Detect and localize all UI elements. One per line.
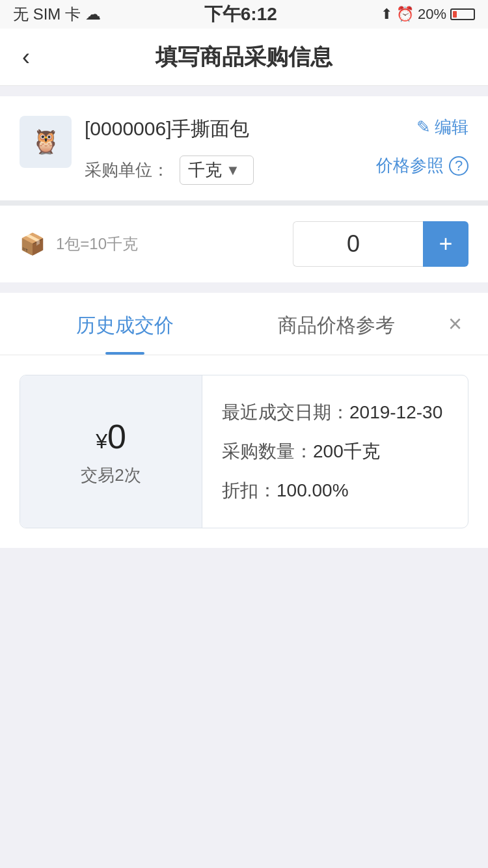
status-bar: 无 SIM 卡 ☁ 下午6:12 ⬆ ⏰ 20%: [0, 0, 488, 29]
battery-icon: [450, 8, 475, 20]
tab-history-price[interactable]: 历史成交价: [20, 293, 230, 355]
product-header: 🦉 [0000006]手撕面包 采购单位： 千克 ▼ ✎ 编辑 价格参照: [20, 116, 468, 185]
history-card: ¥0 交易2次 最近成交日期：2019-12-30 采购数量：200千克 折扣：…: [20, 375, 468, 528]
qty-value: 200千克: [313, 441, 380, 461]
tab-history-label: 历史成交价: [76, 314, 174, 336]
status-left: 无 SIM 卡 ☁: [13, 4, 101, 25]
product-unit-row: 采购单位： 千克 ▼: [85, 156, 376, 185]
quantity-input[interactable]: [293, 221, 423, 267]
chevron-down-icon: ▼: [226, 162, 240, 179]
history-qty-row: 采购数量：200千克: [222, 438, 448, 465]
quantity-left: 📦 1包=10千克: [20, 232, 138, 256]
back-button[interactable]: ‹: [16, 37, 36, 77]
page-title: 填写商品采购信息: [156, 42, 332, 72]
price-number: 0: [107, 418, 126, 455]
edit-button[interactable]: ✎ 编辑: [416, 116, 468, 139]
history-content: ¥0 交易2次 最近成交日期：2019-12-30 采购数量：200千克 折扣：…: [0, 355, 488, 548]
product-name: [0000006]手撕面包: [85, 116, 376, 142]
status-right: ⬆ ⏰ 20%: [381, 6, 475, 23]
qty-label: 采购数量：: [222, 441, 313, 461]
package-subtext: 1包=10千克: [56, 234, 138, 254]
history-price-value: ¥0: [96, 417, 126, 456]
battery-percent: 20%: [418, 6, 446, 23]
quantity-input-group: +: [293, 221, 468, 267]
tab-product-price[interactable]: 商品价格参考: [230, 293, 441, 355]
tab-panel: 历史成交价 商品价格参考 × ¥0 交易2次 最近成交日期：2019-12-30…: [0, 293, 488, 548]
tab-product-label: 商品价格参考: [278, 314, 395, 336]
nav-bar: ‹ 填写商品采购信息: [0, 29, 488, 86]
tab-active-indicator: [105, 352, 144, 355]
history-discount-row: 折扣：100.00%: [222, 477, 448, 504]
currency-symbol: ¥: [96, 429, 107, 453]
date-value: 2019-12-30: [349, 402, 442, 422]
product-thumb-icon: 🦉: [31, 128, 61, 156]
discount-label: 折扣：: [222, 480, 277, 500]
unit-label: 采购单位：: [85, 159, 169, 182]
product-info: [0000006]手撕面包 采购单位： 千克 ▼: [85, 116, 376, 185]
package-icon: 📦: [20, 232, 46, 256]
tab-header: 历史成交价 商品价格参考 ×: [0, 293, 488, 355]
section-divider: [0, 200, 488, 206]
edit-icon: ✎: [416, 117, 431, 137]
signal-text: 无 SIM 卡 ☁: [13, 4, 101, 25]
status-time: 下午6:12: [204, 2, 277, 27]
plus-icon: +: [439, 230, 452, 258]
product-left: 🦉 [0000006]手撕面包 采购单位： 千克 ▼: [20, 116, 376, 185]
quantity-row: 📦 1包=10千克 +: [0, 206, 488, 282]
history-detail-section: 最近成交日期：2019-12-30 采购数量：200千克 折扣：100.00%: [202, 375, 468, 528]
unit-value: 千克: [188, 159, 222, 182]
tab-close-button[interactable]: ×: [442, 306, 468, 342]
product-card: 🦉 [0000006]手撕面包 采购单位： 千克 ▼ ✎ 编辑 价格参照: [0, 96, 488, 200]
navigation-icon: ⬆: [381, 6, 392, 23]
page-bottom: [0, 548, 488, 868]
alarm-icon: ⏰: [396, 6, 414, 23]
price-ref-button[interactable]: 价格参照 ?: [376, 154, 468, 177]
product-thumbnail: 🦉: [20, 116, 72, 168]
unit-select[interactable]: 千克 ▼: [180, 156, 254, 185]
history-trades: 交易2次: [81, 464, 141, 487]
price-ref-label: 价格参照: [376, 154, 444, 177]
date-label: 最近成交日期：: [222, 402, 349, 422]
discount-value: 100.00%: [277, 480, 349, 500]
history-price-section: ¥0 交易2次: [20, 375, 202, 528]
quantity-plus-button[interactable]: +: [423, 221, 468, 267]
product-actions: ✎ 编辑 价格参照 ?: [376, 116, 468, 177]
history-date-row: 最近成交日期：2019-12-30: [222, 399, 448, 426]
help-icon[interactable]: ?: [449, 156, 468, 176]
edit-label: 编辑: [435, 116, 468, 139]
